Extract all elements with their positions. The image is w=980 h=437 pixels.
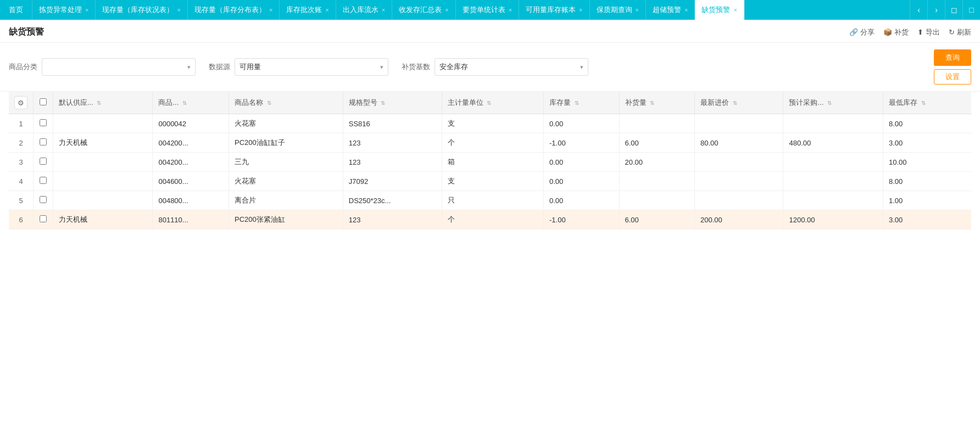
row-replenish-qty: 20.00 xyxy=(619,153,695,172)
row-product-code: 0000042 xyxy=(153,114,229,133)
row-num: 1 xyxy=(9,114,34,133)
col-header-spec[interactable]: 规格型号 ⇅ xyxy=(343,92,442,114)
row-checkbox[interactable] xyxy=(40,196,47,203)
sort-icon: ⇅ xyxy=(650,100,654,106)
close-icon[interactable]: × xyxy=(636,7,639,13)
col-header-unit[interactable]: 主计量单位 ⇅ xyxy=(442,92,543,114)
row-min-stock: 3.00 xyxy=(883,133,971,153)
sort-icon: ⇅ xyxy=(487,100,491,106)
row-checkbox[interactable] xyxy=(40,215,47,222)
col-header-product-code[interactable]: 商品... ⇅ xyxy=(153,92,229,114)
row-supplier: 力天机械 xyxy=(53,133,153,153)
row-checkbox[interactable] xyxy=(40,177,47,184)
replenish-icon: 📦 xyxy=(883,28,892,36)
row-latest-price: 80.00 xyxy=(695,133,783,153)
close-icon[interactable]: × xyxy=(509,7,512,13)
close-icon[interactable]: × xyxy=(733,7,737,13)
row-checkbox[interactable] xyxy=(40,138,47,145)
row-checkbox-cell[interactable] xyxy=(34,172,53,191)
row-spec: DS250*23c... xyxy=(343,191,442,210)
table-row: 3 004200... 三九 123 箱 0.00 20.00 10.00 xyxy=(9,153,971,172)
table-row: 5 004800... 离合片 DS250*23c... 只 0.00 1.00 xyxy=(9,191,971,210)
row-checkbox-cell[interactable] xyxy=(34,191,53,210)
prev-tab-button[interactable]: ‹ xyxy=(910,0,927,20)
tab-exception[interactable]: 拣货异常处理 × xyxy=(32,0,96,20)
col-header-replenish-qty[interactable]: 补货量 ⇅ xyxy=(619,92,695,114)
tab-batch-account[interactable]: 库存批次账 × xyxy=(280,0,336,20)
row-checkbox-cell[interactable] xyxy=(34,133,53,153)
row-spec: SS816 xyxy=(343,114,442,133)
next-tab-button[interactable]: › xyxy=(927,0,945,20)
category-label: 商品分类 xyxy=(9,62,37,72)
row-product-name: PC200油缸缸子 xyxy=(229,133,343,153)
row-checkbox[interactable] xyxy=(40,119,47,126)
row-replenish-qty xyxy=(619,191,695,210)
col-header-product-name[interactable]: 商品名称 ⇅ xyxy=(229,92,343,114)
replenish-basis-select-value: 安全库存 xyxy=(439,62,468,72)
table-row: 2 力天机械 004200... PC200油缸缸子 123 个 -1.00 6… xyxy=(9,133,971,153)
row-est-purchase: 480.00 xyxy=(783,133,883,153)
tab-stock-dist[interactable]: 现存量（库存分布表） × xyxy=(188,0,280,20)
tab-home[interactable]: 首页 xyxy=(0,0,32,20)
close-icon[interactable]: × xyxy=(382,7,385,13)
tab-overstock[interactable]: 超储预警 × xyxy=(646,0,695,20)
row-checkbox-cell[interactable] xyxy=(34,153,53,172)
row-product-name: 火花塞 xyxy=(229,172,343,191)
row-unit: 箱 xyxy=(442,153,543,172)
tab-available-ledger[interactable]: 可用量库存账本 × xyxy=(519,0,589,20)
select-all-checkbox[interactable] xyxy=(40,98,47,105)
col-header-supplier[interactable]: 默认供应... ⇅ xyxy=(53,92,153,114)
close-icon[interactable]: × xyxy=(684,7,688,13)
close-icon[interactable]: × xyxy=(85,7,88,13)
col-header-stock[interactable]: 库存量 ⇅ xyxy=(544,92,620,114)
close-icon[interactable]: × xyxy=(269,7,272,13)
category-select[interactable]: ▾ xyxy=(42,58,196,76)
settings-button[interactable]: 设置 xyxy=(934,69,971,85)
col-header-min-stock[interactable]: 最低库存 ⇅ xyxy=(883,92,971,114)
datasource-select-value: 可用量 xyxy=(240,62,261,72)
refresh-action[interactable]: ↻ 刷新 xyxy=(949,27,971,37)
replenish-basis-select[interactable]: 安全库存 ▾ xyxy=(435,58,588,76)
row-stock: 0.00 xyxy=(544,153,620,172)
gear-icon[interactable]: ⚙ xyxy=(14,96,27,109)
col-header-latest-price[interactable]: 最新进价 ⇅ xyxy=(695,92,783,114)
close-icon[interactable]: × xyxy=(579,7,582,13)
row-checkbox-cell[interactable] xyxy=(34,210,53,229)
datasource-select[interactable]: 可用量 ▾ xyxy=(235,58,388,76)
sort-icon: ⇅ xyxy=(575,100,579,106)
tab-stock-status[interactable]: 现存量（库存状况表） × xyxy=(96,0,187,20)
replenish-action[interactable]: 📦 补货 xyxy=(883,27,909,37)
table-row: 4 004600... 火花塞 J7092 支 0.00 8.00 xyxy=(9,172,971,191)
row-latest-price xyxy=(695,172,783,191)
maximize-window-button[interactable]: □ xyxy=(962,0,980,20)
sort-icon: ⇅ xyxy=(733,100,737,106)
tab-receive-total[interactable]: 收发存汇总表 × xyxy=(392,0,455,20)
close-icon[interactable]: × xyxy=(445,7,448,13)
row-est-purchase xyxy=(783,191,883,210)
row-spec: 123 xyxy=(343,133,442,153)
tab-inout-flow[interactable]: 出入库流水 × xyxy=(336,0,392,20)
tab-expiry-query[interactable]: 保质期查询 × xyxy=(590,0,646,20)
datasource-label: 数据源 xyxy=(209,62,230,72)
row-checkbox-cell[interactable] xyxy=(34,114,53,133)
row-num: 5 xyxy=(9,191,34,210)
col-header-settings[interactable]: ⚙ xyxy=(9,92,34,114)
sort-icon: ⇅ xyxy=(381,100,385,106)
tab-shortage[interactable]: 缺货预警 × xyxy=(695,0,744,20)
tab-order-stat[interactable]: 要货单统计表 × xyxy=(456,0,519,20)
row-min-stock: 1.00 xyxy=(883,191,971,210)
query-button[interactable]: 查询 xyxy=(934,49,971,66)
share-action[interactable]: 🔗 分享 xyxy=(849,27,875,37)
row-checkbox[interactable] xyxy=(40,158,47,165)
row-min-stock: 3.00 xyxy=(883,210,971,229)
restore-window-button[interactable]: ◻ xyxy=(945,0,962,20)
page-header: 缺货预警 🔗 分享 📦 补货 ⬆ 导出 ↻ 刷新 xyxy=(0,20,980,43)
row-product-code: 004800... xyxy=(153,191,229,210)
close-icon[interactable]: × xyxy=(325,7,328,13)
nav-tabs: 首页 拣货异常处理 × 现存量（库存状况表） × 现存量（库存分布表） × 库存… xyxy=(0,0,980,20)
close-icon[interactable]: × xyxy=(177,7,180,13)
row-replenish-qty: 6.00 xyxy=(619,133,695,153)
export-action[interactable]: ⬆ 导出 xyxy=(917,27,940,37)
col-header-est-purchase[interactable]: 预计采购... ⇅ xyxy=(783,92,883,114)
row-est-purchase xyxy=(783,172,883,191)
